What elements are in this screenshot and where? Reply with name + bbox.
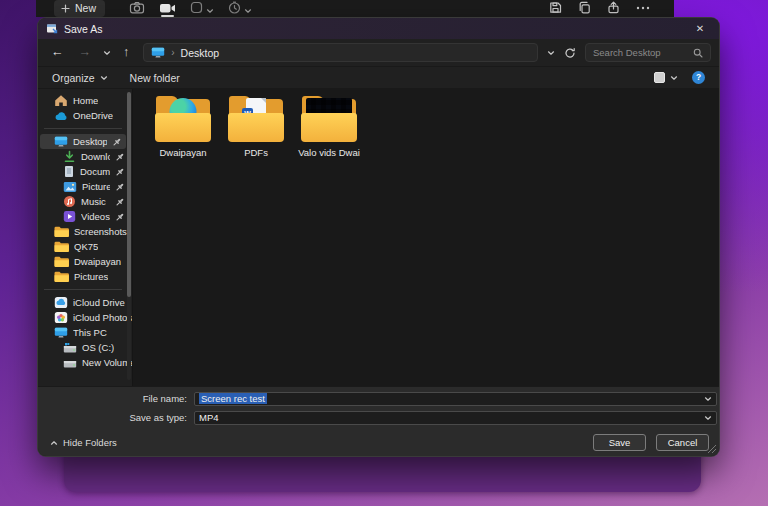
desktop-location-icon xyxy=(151,47,165,58)
folder-tile-valo-vids-dwai[interactable]: Valo vids Dwai xyxy=(297,96,361,158)
sidebar-item-dwaipayan[interactable]: Dwaipayan xyxy=(38,254,132,269)
help-button[interactable]: ? xyxy=(692,71,705,84)
view-mode-button[interactable] xyxy=(654,72,678,83)
sidebar-item-downloads[interactable]: Downloads xyxy=(38,149,132,164)
new-snip-label: New xyxy=(75,2,96,14)
video-record-icon[interactable] xyxy=(159,2,176,16)
snip-actions-group xyxy=(549,1,664,16)
sidebar-item-this-pc[interactable]: This PC xyxy=(38,325,132,340)
search-input[interactable] xyxy=(593,47,688,58)
command-bar: Organize New folder ? xyxy=(38,67,719,89)
folder-tile-pdfs[interactable]: PDFs xyxy=(224,96,288,158)
sidebar-item-qk75[interactable]: QK75 xyxy=(38,239,132,254)
sidebar-item-label: Screenshots xyxy=(74,226,127,237)
back-button[interactable]: ← xyxy=(48,45,67,60)
dialog-bottom-section: File name: Screen rec test Save as type:… xyxy=(38,386,719,456)
sidebar-list: HomeOneDriveDesktopDownloadsDocumentsPic… xyxy=(38,93,132,370)
save-button[interactable]: Save xyxy=(593,434,646,451)
new-folder-button[interactable]: New folder xyxy=(130,72,180,84)
resize-grip[interactable] xyxy=(708,445,716,453)
save-type-dropdown-chevron-icon[interactable] xyxy=(704,415,712,421)
up-button[interactable]: ↑ xyxy=(120,45,132,60)
sidebar-item-onedrive[interactable]: OneDrive xyxy=(38,108,132,123)
sidebar-item-label: Home xyxy=(73,95,98,106)
command-bar-right: ? xyxy=(654,71,705,84)
sidebar-item-label: Desktop xyxy=(73,136,107,147)
sidebar-item-pictures[interactable]: Pictures xyxy=(38,269,132,284)
folder-icon xyxy=(54,241,69,253)
save-type-select[interactable]: MP4 xyxy=(194,411,717,425)
sidebar-item-music[interactable]: Music xyxy=(38,194,132,209)
sidebar-divider xyxy=(44,128,122,129)
pin-icon xyxy=(112,137,126,147)
address-bar[interactable]: › Desktop xyxy=(143,43,538,62)
save-type-value: MP4 xyxy=(199,412,219,423)
sidebar-item-label: iCloud Photos xyxy=(73,312,132,323)
hide-folders-label: Hide Folders xyxy=(63,437,117,448)
sidebar-divider xyxy=(44,289,122,290)
desktop-icon xyxy=(54,136,68,147)
sidebar-item-screenshots[interactable]: Screenshots xyxy=(38,224,132,239)
view-mode-chevron-icon xyxy=(670,75,678,81)
file-name-value: Screen rec test xyxy=(199,393,267,404)
organize-button[interactable]: Organize xyxy=(52,72,108,84)
sidebar-scrollbar[interactable] xyxy=(127,92,131,380)
folder-icon xyxy=(54,271,69,283)
save-icon[interactable] xyxy=(549,1,562,16)
sidebar-item-pictures[interactable]: Pictures xyxy=(38,179,132,194)
sidebar-item-desktop[interactable]: Desktop xyxy=(40,134,126,149)
save-as-dialog: Save As ✕ ← → ↑ › Desktop Organize New f… xyxy=(38,18,719,456)
file-name-label: File name: xyxy=(38,393,194,404)
forward-button[interactable]: → xyxy=(76,45,95,60)
sidebar: HomeOneDriveDesktopDownloadsDocumentsPic… xyxy=(38,89,132,386)
hide-folders-button[interactable]: Hide Folders xyxy=(50,437,117,448)
sidebar-item-new-volume-d-[interactable]: New Volume (D: xyxy=(38,355,132,370)
file-name-row: File name: Screen rec test xyxy=(38,391,717,406)
sidebar-item-home[interactable]: Home xyxy=(38,93,132,108)
folder-icon xyxy=(155,96,211,142)
navigation-bar: ← → ↑ › Desktop xyxy=(38,39,719,67)
view-mode-icon xyxy=(654,72,665,83)
file-list-area[interactable]: DwaipayanPDFsValo vids Dwai xyxy=(132,89,719,386)
music-icon xyxy=(63,195,76,208)
dialog-content: HomeOneDriveDesktopDownloadsDocumentsPic… xyxy=(38,89,719,386)
onedrive-icon xyxy=(54,111,68,121)
sidebar-scrollbar-thumb[interactable] xyxy=(127,92,131,297)
breadcrumb-desktop[interactable]: Desktop xyxy=(181,47,220,59)
sidebar-item-documents[interactable]: Documents xyxy=(38,164,132,179)
sidebar-item-label: OS (C:) xyxy=(82,342,114,353)
home-icon xyxy=(54,94,68,107)
sidebar-item-os-c-[interactable]: OS (C:) xyxy=(38,340,132,355)
drive-icon xyxy=(63,357,77,369)
sidebar-item-label: Pictures xyxy=(82,181,110,192)
folder-icon xyxy=(54,226,69,238)
sidebar-item-label: Pictures xyxy=(74,271,108,282)
file-name-dropdown-chevron-icon[interactable] xyxy=(704,396,712,402)
sidebar-item-label: Music xyxy=(81,196,106,207)
chevron-up-icon xyxy=(50,440,58,446)
save-type-row: Save as type: MP4 xyxy=(38,410,717,425)
more-icon[interactable] xyxy=(636,6,650,12)
copy-icon[interactable] xyxy=(578,1,591,16)
folder-tile-dwaipayan[interactable]: Dwaipayan xyxy=(151,96,215,158)
new-snip-button[interactable]: New xyxy=(54,0,105,17)
file-name-input[interactable]: Screen rec test xyxy=(194,392,717,406)
cancel-button[interactable]: Cancel xyxy=(656,434,709,451)
snip-delay-icon[interactable] xyxy=(228,1,252,16)
address-dropdown-chevron-icon[interactable] xyxy=(547,50,555,56)
sidebar-item-icloud-photos[interactable]: iCloud Photos xyxy=(38,310,132,325)
recent-locations-chevron-icon[interactable] xyxy=(103,50,111,56)
refresh-icon[interactable] xyxy=(564,47,576,59)
close-button[interactable]: ✕ xyxy=(689,20,711,37)
snip-shape-icon[interactable] xyxy=(190,1,214,16)
camera-snip-icon[interactable] xyxy=(129,1,145,16)
sidebar-item-videos[interactable]: Videos xyxy=(38,209,132,224)
sidebar-item-icloud-drive[interactable]: iCloud Drive xyxy=(38,295,132,310)
downloads-icon xyxy=(63,150,76,163)
dialog-titlebar[interactable]: Save As ✕ xyxy=(38,18,719,39)
search-icon[interactable] xyxy=(693,48,703,58)
icloud-drive-icon xyxy=(54,296,68,309)
videos-icon xyxy=(63,210,76,223)
share-icon[interactable] xyxy=(607,1,620,16)
search-box xyxy=(585,43,711,62)
